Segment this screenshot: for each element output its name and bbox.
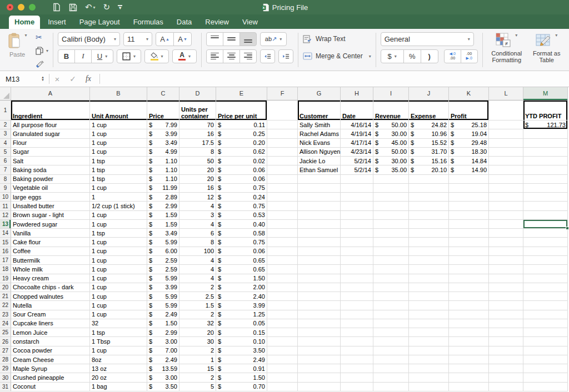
cell-D22[interactable]: 1.5 [179,301,216,310]
cell-M10[interactable] [523,193,568,202]
cell-L25[interactable] [489,328,523,337]
cell-B2[interactable]: 1 cup [90,120,147,129]
cell-B31[interactable]: 1 bag [90,383,147,391]
cell-L13[interactable] [489,220,523,229]
cell-J8[interactable] [409,175,449,184]
decrease-font-size-button[interactable]: A▼ [173,32,192,46]
minimize-window-button[interactable] [18,4,24,11]
bold-button[interactable]: B [58,49,75,63]
cell-B27[interactable]: 1 cup [90,346,147,355]
row-header-1[interactable]: 1 [0,100,11,120]
cell-G18[interactable] [298,265,341,274]
cell-F24[interactable] [267,319,298,328]
cell-H25[interactable] [341,328,373,337]
merge-center-button[interactable]: Merge & Center ▾ [303,49,371,63]
cell-G8[interactable] [298,175,341,184]
row-header-24[interactable]: 24 [0,319,11,328]
cell-E9[interactable]: $0.75 [216,184,267,193]
cell-M17[interactable] [523,256,568,265]
cell-D8[interactable]: 20 [179,175,216,184]
cell-M21[interactable] [523,292,568,301]
cell-F29[interactable] [267,364,298,373]
cell-M4[interactable] [523,139,568,148]
conditional-formatting-button[interactable]: ≠ ▾ Conditional Formatting [487,33,526,71]
cell-K30[interactable] [449,373,489,382]
cell-E14[interactable]: $0.58 [216,229,267,238]
cell-D12[interactable]: 3 [179,211,216,220]
cell-A21[interactable]: Chopped walnutes [11,292,90,301]
column-header-L[interactable]: L [489,87,523,100]
cell-H11[interactable] [341,202,373,210]
cell-K18[interactable] [449,265,489,274]
cell-G7[interactable]: Ethan Samuel [298,165,341,174]
row-header-12[interactable]: 12 [0,211,11,220]
cell-C12[interactable]: $1.59 [147,211,179,220]
cell-E17[interactable]: $0.65 [216,256,267,265]
cell-C27[interactable]: $7.00 [147,346,179,355]
cell-D30[interactable]: 2 [179,373,216,382]
row-header-10[interactable]: 10 [0,193,11,202]
cell-K9[interactable] [449,184,489,193]
cell-H1[interactable]: Date [341,100,373,120]
cell-E13[interactable]: $0.40 [216,220,267,229]
cell-G6[interactable]: Jackie Lo [298,157,341,165]
cell-E3[interactable]: $0.25 [216,129,267,138]
cell-M2[interactable]: $121.73 [523,120,568,129]
italic-button[interactable]: I [74,49,92,63]
cell-A3[interactable]: Granulated sugar [11,129,90,138]
cell-G29[interactable] [298,364,341,373]
cell-D17[interactable]: 4 [179,256,216,265]
cell-D1[interactable]: Units per container [179,100,216,120]
cell-J18[interactable] [409,265,449,274]
cell-M8[interactable] [523,175,568,184]
cell-H21[interactable] [341,292,373,301]
cell-A27[interactable]: Cocoa powder [11,346,90,355]
cell-K17[interactable] [449,256,489,265]
cell-B5[interactable]: 1 cup [90,148,147,157]
cell-C6[interactable]: $1.10 [147,157,179,165]
cell-A11[interactable]: Unsalted butter [11,202,90,210]
cell-F25[interactable] [267,328,298,337]
cell-I10[interactable] [373,193,409,202]
row-header-19[interactable]: 19 [0,274,11,283]
cell-I2[interactable]: $50.00 [373,120,409,129]
cell-C13[interactable]: $1.59 [147,220,179,229]
cell-M16[interactable] [523,247,568,256]
tab-view[interactable]: View [237,16,263,29]
cell-A5[interactable]: Sugar [11,148,90,157]
cell-B4[interactable]: 1 cup [90,139,147,148]
cell-K23[interactable] [449,310,489,319]
cell-G27[interactable] [298,346,341,355]
column-header-K[interactable]: K [449,87,489,100]
select-all-corner[interactable] [0,87,11,100]
cell-L15[interactable] [489,238,523,247]
row-header-15[interactable]: 15 [0,238,11,247]
cell-D31[interactable]: 5 [179,383,216,391]
cell-A1[interactable]: Ingredient [11,100,90,120]
cell-I27[interactable] [373,346,409,355]
cell-F20[interactable] [267,283,298,292]
row-header-9[interactable]: 9 [0,184,11,193]
row-header-21[interactable]: 21 [0,292,11,301]
cell-I9[interactable] [373,184,409,193]
cell-E29[interactable]: $0.91 [216,364,267,373]
cell-A6[interactable]: Salt [11,157,90,165]
cell-E31[interactable]: $0.70 [216,383,267,391]
cell-H20[interactable] [341,283,373,292]
column-header-G[interactable]: G [298,87,341,100]
cell-G30[interactable] [298,373,341,382]
cell-A30[interactable]: Crushed pineapple [11,373,90,382]
cell-F2[interactable] [267,120,298,129]
cell-H30[interactable] [341,373,373,382]
row-header-20[interactable]: 20 [0,283,11,292]
tab-page-layout[interactable]: Page Layout [74,16,126,29]
cell-C16[interactable]: $6.00 [147,247,179,256]
row-header-4[interactable]: 4 [0,139,11,148]
cell-M5[interactable] [523,148,568,157]
cell-D2[interactable]: 70 [179,120,216,129]
cell-I25[interactable] [373,328,409,337]
cell-M24[interactable] [523,319,568,328]
cell-A10[interactable]: large eggs [11,193,90,202]
cell-G14[interactable] [298,229,341,238]
cell-J15[interactable] [409,238,449,247]
